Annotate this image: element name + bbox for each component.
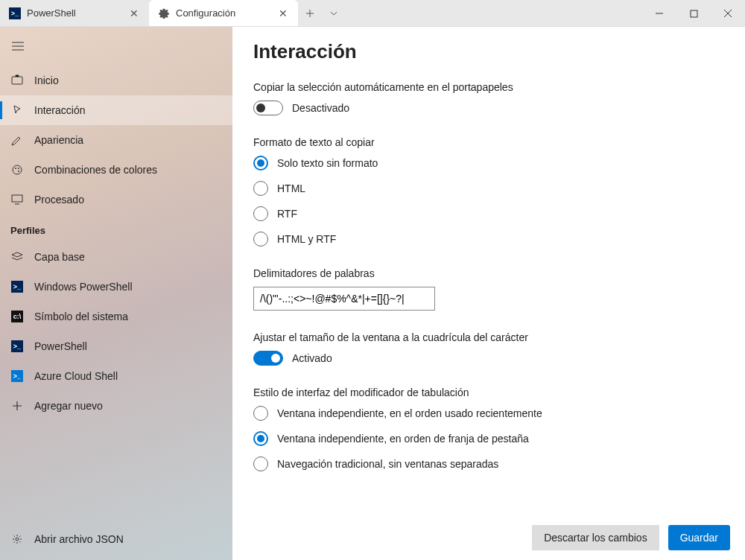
svg-point-4 (18, 168, 19, 169)
sidebar-item-label: Combinaciones de colores (34, 164, 157, 176)
radio-strip-order[interactable]: Ventana independiente, en orden de franj… (253, 431, 724, 446)
radio-icon (253, 206, 268, 221)
radio-icon (253, 232, 268, 246)
layers-icon (10, 250, 24, 264)
gear-icon (10, 532, 24, 546)
radio-html[interactable]: HTML (253, 181, 724, 196)
sidebar-item-inicio[interactable]: Inicio (0, 66, 232, 95)
sidebar-item-label: Azure Cloud Shell (34, 370, 118, 382)
svg-point-7 (16, 538, 19, 541)
toggle-clipboard[interactable] (253, 101, 283, 115)
page-title: Interacción (253, 40, 724, 63)
setting-label: Copiar la selección automáticamente en e… (253, 81, 724, 93)
setting-clipboard: Copiar la selección automáticamente en e… (253, 81, 724, 115)
sidebar-item-label: Interacción (34, 104, 85, 116)
svg-rect-1 (12, 77, 22, 84)
setting-tabswitch: Estilo de interfaz del modificador de ta… (253, 386, 724, 471)
powershell-icon: >_ (10, 340, 24, 353)
radio-traditional[interactable]: Navegación tradicional, sin ventanas sep… (253, 456, 724, 471)
close-button[interactable] (711, 0, 745, 27)
save-button[interactable]: Guardar (668, 525, 730, 550)
close-icon[interactable]: ✕ (277, 7, 289, 19)
radio-icon (253, 456, 268, 471)
radio-label: Ventana independiente, en orden de franj… (277, 433, 529, 445)
radio-html-rtf[interactable]: HTML y RTF (253, 232, 724, 246)
sidebar-section-perfiles: Perfiles (0, 214, 232, 242)
radio-plain-text[interactable]: Solo texto sin formato (253, 156, 724, 171)
sidebar-item-label: Apariencia (34, 134, 83, 146)
radio-label: Ventana independiente, en el orden usado… (277, 407, 542, 419)
monitor-icon (10, 193, 24, 206)
sidebar-item-label: Capa base (34, 251, 85, 263)
setting-delimiters: Delimitadores de palabras (253, 267, 724, 311)
svg-point-3 (15, 168, 16, 169)
radio-mru-order[interactable]: Ventana independiente, en el orden usado… (253, 406, 724, 421)
sidebar-profile-capa-base[interactable]: Capa base (0, 242, 232, 272)
radio-icon (253, 406, 268, 421)
radio-label: Solo texto sin formato (277, 157, 378, 169)
radio-label: HTML y RTF (277, 233, 336, 245)
plus-icon (10, 399, 24, 413)
radio-icon (253, 431, 268, 446)
sidebar-profile-windows-powershell[interactable]: >_ Windows PowerShell (0, 272, 232, 302)
sidebar-item-label: Símbolo del sistema (34, 311, 128, 322)
sidebar-add-new[interactable]: Agregar nuevo (0, 391, 232, 421)
brush-icon (10, 133, 24, 147)
sidebar-item-interaccion[interactable]: Interacción (0, 95, 232, 125)
setting-label: Estilo de interfaz del modificador de ta… (253, 386, 724, 398)
tab-label: PowerShell (27, 7, 76, 19)
tab-settings[interactable]: Configuración ✕ (149, 0, 298, 26)
setting-format: Formato de texto al copiar Solo texto si… (253, 136, 724, 246)
setting-snap: Ajustar el tamaño de la ventana a la cua… (253, 331, 724, 366)
sidebar-item-label: PowerShell (34, 340, 87, 352)
titlebar: >_ PowerShell ✕ Configuración ✕ (0, 0, 745, 27)
hamburger-button[interactable] (3, 31, 33, 61)
tab-label: Configuración (176, 7, 235, 19)
toggle-state: Desactivado (292, 102, 349, 114)
setting-label: Ajustar el tamaño de la ventana a la cua… (253, 331, 724, 343)
tab-powershell[interactable]: >_ PowerShell ✕ (0, 0, 149, 26)
sidebar-item-procesado[interactable]: Procesado (0, 185, 232, 214)
setting-label: Delimitadores de palabras (253, 267, 724, 279)
sidebar-item-apariencia[interactable]: Apariencia (0, 125, 232, 155)
home-icon (10, 74, 24, 87)
close-icon[interactable]: ✕ (128, 7, 140, 19)
tab-controls (298, 0, 346, 26)
window-controls (642, 0, 745, 26)
radio-label: HTML (277, 182, 305, 194)
svg-point-2 (13, 165, 22, 174)
sidebar-item-colores[interactable]: Combinaciones de colores (0, 155, 232, 185)
new-tab-button[interactable] (298, 0, 322, 27)
sidebar-profile-azure[interactable]: >_ Azure Cloud Shell (0, 361, 232, 391)
sidebar-profile-cmd[interactable]: c:\ Símbolo del sistema (0, 302, 232, 331)
tab-dropdown-button[interactable] (322, 0, 346, 27)
toggle-snap[interactable] (253, 351, 283, 366)
sidebar-item-label: Inicio (34, 74, 59, 86)
delimiters-input[interactable] (253, 287, 435, 311)
palette-icon (10, 163, 24, 176)
cursor-icon (10, 104, 24, 117)
cmd-icon: c:\ (10, 310, 24, 323)
maximize-button[interactable] (676, 0, 711, 27)
minimize-button[interactable] (642, 0, 676, 27)
svg-rect-6 (12, 195, 22, 202)
powershell-icon: >_ (10, 280, 24, 293)
sidebar-item-label: Procesado (34, 194, 84, 206)
sidebar-item-label: Agregar nuevo (34, 400, 103, 412)
setting-label: Formato de texto al copiar (253, 136, 724, 148)
radio-label: Navegación tradicional, sin ventanas sep… (277, 458, 498, 470)
content: Interacción Copiar la selección automáti… (232, 27, 745, 560)
sidebar-item-label: Windows PowerShell (34, 281, 133, 293)
radio-rtf[interactable]: RTF (253, 206, 724, 221)
gear-icon (158, 7, 170, 19)
svg-rect-0 (691, 10, 697, 17)
sidebar-profile-powershell[interactable]: >_ PowerShell (0, 331, 232, 361)
powershell-icon: >_ (9, 7, 21, 19)
svg-point-5 (18, 171, 19, 172)
radio-label: RTF (277, 208, 297, 220)
sidebar-open-json[interactable]: Abrir archivo JSON (0, 524, 232, 554)
discard-button[interactable]: Descartar los cambios (532, 525, 659, 550)
sidebar-item-label: Abrir archivo JSON (34, 533, 124, 545)
footer: Descartar los cambios Guardar (232, 515, 745, 560)
radio-icon (253, 181, 268, 196)
